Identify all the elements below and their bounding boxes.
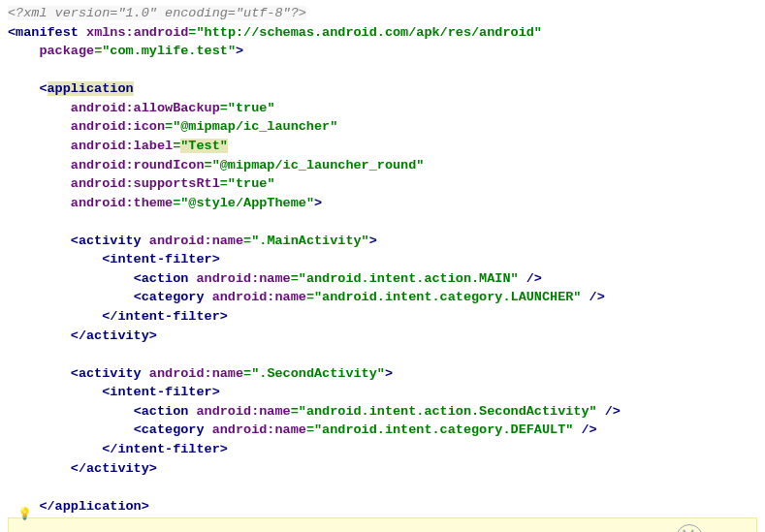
logo-circle-icon xyxy=(676,524,703,532)
attr-roundIcon: android:roundIcon xyxy=(71,158,205,172)
attr-label: android:label xyxy=(71,139,173,153)
activity2-close: </activity> xyxy=(71,461,157,476)
attr-supportsRtl: android:supportsRtl xyxy=(71,176,220,191)
package-val: com.mylife.test xyxy=(110,44,228,58)
intent-filter2-close: </intent-filter> xyxy=(102,442,228,456)
attr-theme: android:theme xyxy=(71,196,173,210)
activity1-close: </activity> xyxy=(71,329,157,343)
package-key: package xyxy=(39,44,94,58)
code-block[interactable]: <?xml version="1.0" encoding="utf-8"?> <… xyxy=(8,4,757,516)
attr-icon: android:icon xyxy=(71,119,165,134)
xmlns-val: http://schemas.android.com/apk/res/andro… xyxy=(205,25,534,40)
code-editor[interactable]: <?xml version="1.0" encoding="utf-8"?> <… xyxy=(8,4,757,532)
xml-processing-instruction: <?xml version="1.0" encoding="utf-8"?> xyxy=(8,6,306,20)
lightbulb-icon[interactable]: 💡 xyxy=(17,507,32,523)
xmlns-key: xmlns:android xyxy=(86,25,188,40)
intent-filter1-close: </intent-filter> xyxy=(102,309,228,324)
application-tag: application xyxy=(48,81,134,96)
intent-filter1-open: <intent-filter> xyxy=(102,252,220,266)
watermark-logo: 创新互联CHUANG XIN HU LIAN xyxy=(676,524,753,532)
activity1-open: <activity xyxy=(71,234,142,248)
attr-allowBackup: android:allowBackup xyxy=(71,101,220,115)
activity2-open: <activity xyxy=(71,366,142,381)
caret-line-highlight xyxy=(8,517,757,532)
intent-filter2-open: <intent-filter> xyxy=(102,385,220,399)
manifest-open-tag: <manifest xyxy=(8,25,79,40)
application-close: </application> xyxy=(39,499,148,514)
